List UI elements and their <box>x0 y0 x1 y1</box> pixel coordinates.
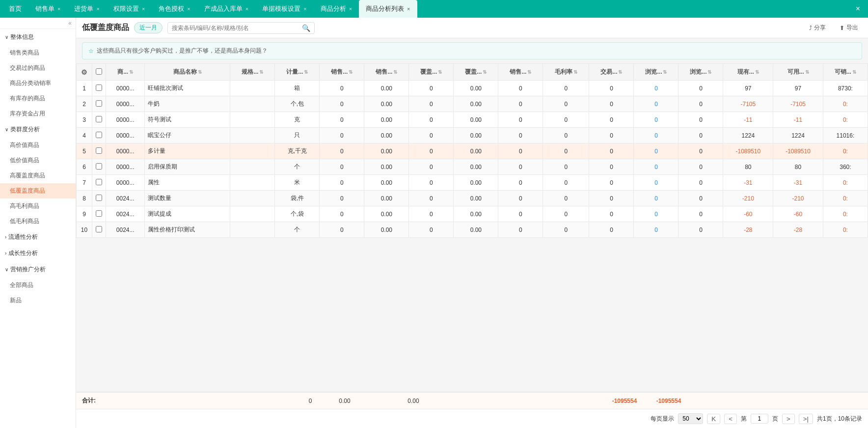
row-checkbox[interactable] <box>92 112 106 128</box>
row-select-checkbox[interactable] <box>96 163 102 170</box>
row-checkbox[interactable] <box>92 175 106 191</box>
search-icon[interactable]: 🔍 <box>302 24 310 32</box>
prev-page-button[interactable]: < <box>724 414 737 424</box>
page-number-input[interactable] <box>751 414 768 424</box>
row-sales-amt: 0.00 <box>364 128 409 143</box>
row-cover1: 0 <box>409 222 454 238</box>
row-browse1[interactable]: 0 <box>634 96 678 112</box>
close-icon[interactable]: × <box>407 6 410 12</box>
close-icon[interactable]: × <box>142 6 145 12</box>
sidebar-section-liquidity[interactable]: › 流通性分析 <box>0 229 76 245</box>
row-margin: 0 <box>543 128 589 143</box>
row-margin: 0 <box>543 143 589 159</box>
row-browse1[interactable]: 0 <box>634 175 678 191</box>
close-icon[interactable]: × <box>96 6 99 12</box>
sidebar-item-stock-capital[interactable]: 库存资金占用 <box>0 106 76 121</box>
row-index: 3 <box>77 112 92 128</box>
nav-tab-home[interactable]: 首页 <box>2 0 28 18</box>
row-cover2: 0.00 <box>454 81 498 96</box>
gear-icon[interactable]: ⚙ <box>81 68 87 76</box>
row-browse1[interactable]: 0 <box>634 112 678 128</box>
row-select-checkbox[interactable] <box>96 85 102 91</box>
share-button[interactable]: ⤴ 分享 <box>805 22 830 34</box>
sidebar-item-low-margin[interactable]: 低毛利商品 <box>0 214 76 229</box>
nav-tab-role[interactable]: 角色授权 × <box>152 0 197 18</box>
row-select-checkbox[interactable] <box>96 210 102 217</box>
sidebar-section-marketing[interactable]: ∨ 营销推广分析 <box>0 261 76 278</box>
row-checkbox[interactable] <box>92 191 106 206</box>
nav-tab-purchase[interactable]: 进货单 × <box>67 0 106 18</box>
row-select-checkbox[interactable] <box>96 132 102 138</box>
sidebar-item-high-margin[interactable]: 高毛利商品 <box>0 199 76 214</box>
row-checkbox[interactable] <box>92 206 106 222</box>
row-select-checkbox[interactable] <box>96 100 102 107</box>
row-cover2: 0.00 <box>454 143 498 159</box>
row-available: -60 <box>773 206 823 222</box>
sidebar-item-traded-goods[interactable]: 交易过的商品 <box>0 60 76 76</box>
row-browse1[interactable]: 0 <box>634 159 678 175</box>
window-close-button[interactable]: × <box>850 4 866 13</box>
per-page-select[interactable]: 50 100 200 <box>678 413 703 424</box>
row-browse1[interactable]: 0 <box>634 128 678 143</box>
row-browse1[interactable]: 0 <box>634 143 678 159</box>
sidebar-item-new-goods[interactable]: 新品 <box>0 293 76 308</box>
row-checkbox[interactable] <box>92 159 106 175</box>
row-checkbox[interactable] <box>92 96 106 112</box>
sidebar-section-overall[interactable]: ∨ 整体信息 <box>0 29 76 45</box>
sidebar-item-high-coverage[interactable]: 高覆盖度商品 <box>0 168 76 183</box>
sidebar-item-low-coverage[interactable]: 低覆盖度商品 <box>0 183 76 199</box>
close-icon[interactable]: × <box>245 6 248 12</box>
row-select-checkbox[interactable] <box>96 116 102 122</box>
margin-column-header: 毛利率⇅ <box>543 64 589 81</box>
nav-tab-products[interactable]: 产成品入库单 × <box>197 0 255 18</box>
sidebar-section-growth[interactable]: › 成长性分析 <box>0 245 76 261</box>
row-spec <box>230 175 275 191</box>
table-row: 5 0000... 多计量 克,千克 0 0.00 0 0.00 0 0 0 0… <box>77 143 868 159</box>
row-browse1[interactable]: 0 <box>634 191 678 206</box>
nav-tab-sales[interactable]: 销售单 × <box>28 0 67 18</box>
nav-tab-analysis-list[interactable]: 商品分析列表 × <box>359 0 417 18</box>
row-select-checkbox[interactable] <box>96 147 102 154</box>
row-available: -11 <box>773 112 823 128</box>
row-checkbox[interactable] <box>92 128 106 143</box>
nav-tab-template[interactable]: 单据模板设置 × <box>255 0 313 18</box>
row-browse1[interactable]: 0 <box>634 206 678 222</box>
sidebar-section-cluster[interactable]: ∨ 类群度分析 <box>0 121 76 138</box>
nav-tab-permission[interactable]: 权限设置 × <box>107 0 152 18</box>
sidebar-item-category-rate[interactable]: 商品分类动销率 <box>0 76 76 91</box>
footer-label: 合计: <box>82 397 96 405</box>
export-button[interactable]: ⬆ 导出 <box>836 22 862 34</box>
row-trade: 0 <box>589 143 634 159</box>
sidebar-item-high-value[interactable]: 高价值商品 <box>0 138 76 153</box>
close-icon[interactable]: × <box>57 6 60 12</box>
search-input[interactable] <box>172 25 302 31</box>
row-browse1[interactable]: 0 <box>634 222 678 238</box>
row-select-checkbox[interactable] <box>96 195 102 201</box>
last-page-button[interactable]: >| <box>799 414 813 424</box>
row-browse1[interactable]: 0 <box>634 81 678 96</box>
row-checkbox[interactable] <box>92 222 106 238</box>
sidebar-item-sales-goods[interactable]: 销售类商品 <box>0 45 76 60</box>
close-icon[interactable]: × <box>187 6 190 12</box>
time-filter-button[interactable]: 近一月 <box>134 22 163 33</box>
row-select-checkbox[interactable] <box>96 226 102 232</box>
sidebar-item-low-value[interactable]: 低价值商品 <box>0 153 76 168</box>
table-container[interactable]: ⚙ 商...⇅ 商品名称⇅ 规格...⇅ 计量...⇅ 销售...⇅ 销售...… <box>76 63 868 392</box>
content-header: 低覆盖度商品 近一月 🔍 ⤴ 分享 ⬆ 导出 <box>76 18 868 38</box>
sidebar-item-all-goods[interactable]: 全部商品 <box>0 278 76 293</box>
row-cover1: 0 <box>409 206 454 222</box>
row-select-checkbox[interactable] <box>96 179 102 185</box>
row-checkbox[interactable] <box>92 143 106 159</box>
close-icon[interactable]: × <box>303 6 306 12</box>
checkbox-column-header[interactable] <box>92 64 106 81</box>
row-checkbox[interactable] <box>92 81 106 96</box>
sidebar-item-stocked-goods[interactable]: 有库存的商品 <box>0 91 76 106</box>
next-page-button[interactable]: > <box>782 414 795 424</box>
select-all-checkbox[interactable] <box>96 68 102 75</box>
row-sales3: 0 <box>498 159 543 175</box>
first-page-button[interactable]: K <box>707 414 720 424</box>
nav-tab-analysis[interactable]: 商品分析 × <box>314 0 359 18</box>
close-icon[interactable]: × <box>349 6 352 12</box>
sidebar-collapse-button[interactable]: « <box>0 18 76 29</box>
settings-column-header[interactable]: ⚙ <box>77 64 92 81</box>
